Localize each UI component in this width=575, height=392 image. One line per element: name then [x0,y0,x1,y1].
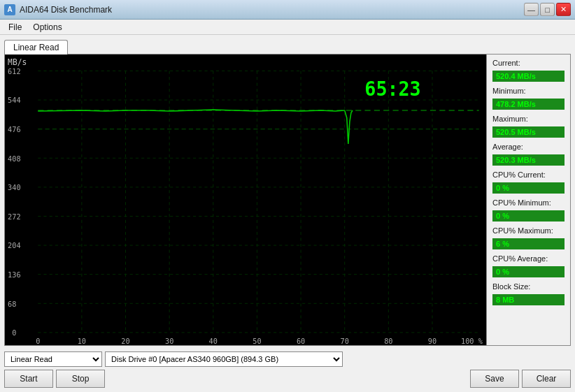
maximum-value: 520.5 MB/s [492,126,565,138]
cpu-minimum-value: 0 % [492,210,565,222]
cpu-current-value: 0 % [492,182,565,194]
svg-text:544: 544 [8,96,21,104]
svg-text:0: 0 [36,337,40,345]
main-window: Linear Read MB/s 612 544 [0,35,575,392]
cpu-maximum-value: 6 % [492,238,565,249]
average-value: 520.3 MB/s [492,154,565,166]
tab-bar: Linear Read [4,39,571,54]
button-row: Start Stop Save Clear [4,370,571,388]
svg-text:340: 340 [8,183,21,191]
svg-text:68: 68 [8,299,16,307]
tab-linear-read[interactable]: Linear Read [4,40,68,55]
window-title: AIDA64 Disk Benchmark [20,5,112,15]
svg-text:612: 612 [8,67,21,75]
cpu-current-label: CPU% Current: [492,170,565,179]
chart-main: MB/s 612 544 476 408 340 272 [5,55,486,345]
maximum-label: Maximum: [492,115,565,123]
minimum-value: 478.2 MB/s [492,99,565,110]
svg-text:272: 272 [8,212,21,221]
svg-text:136: 136 [8,270,21,279]
title-bar: A AIDA64 Disk Benchmark — □ ✕ [0,0,575,20]
svg-text:30: 30 [165,337,173,345]
svg-text:100 %: 100 % [461,337,483,345]
svg-text:65:23: 65:23 [364,78,420,100]
svg-text:204: 204 [8,241,21,249]
minimum-label: Minimum: [492,87,565,95]
svg-text:80: 80 [384,337,392,345]
test-type-dropdown[interactable]: Linear Read Linear Write Random Read Ran… [4,351,102,367]
app-icon: A [4,4,15,15]
chart-svg: MB/s 612 544 476 408 340 272 [5,55,486,345]
menu-file[interactable]: File [3,21,27,34]
menu-bar: File Options [0,20,575,35]
svg-text:50: 50 [253,337,261,345]
chart-area: MB/s 612 544 476 408 340 272 [4,54,571,346]
window-controls: — □ ✕ [524,3,571,16]
stats-panel: Current: 520.4 MB/s Minimum: 478.2 MB/s … [486,55,570,345]
svg-text:408: 408 [8,154,21,162]
svg-text:70: 70 [341,337,349,345]
svg-text:476: 476 [8,125,21,133]
svg-text:60: 60 [297,337,305,345]
menu-options[interactable]: Options [27,21,67,34]
minimize-button[interactable]: — [524,3,539,16]
save-button[interactable]: Save [470,370,519,388]
svg-text:90: 90 [428,337,436,345]
svg-text:40: 40 [209,337,218,345]
disk-dropdown[interactable]: Disk Drive #0 [Apacer AS340 960GB] (894.… [105,351,343,367]
stop-button[interactable]: Stop [56,370,105,388]
bottom-controls-row1: Linear Read Linear Write Random Read Ran… [4,349,571,370]
cpu-minimum-label: CPU% Minimum: [492,198,565,207]
block-size-value: 8 MB [492,294,565,305]
cpu-average-label: CPU% Average: [492,254,565,263]
maximize-button[interactable]: □ [540,3,555,16]
svg-text:0: 0 [12,328,16,337]
current-label: Current: [492,59,565,67]
start-button[interactable]: Start [4,370,53,388]
cpu-average-value: 0 % [492,266,565,277]
cpu-maximum-label: CPU% Maximum: [492,226,565,235]
average-label: Average: [492,143,565,151]
current-value: 520.4 MB/s [492,71,565,82]
svg-text:20: 20 [121,337,129,345]
svg-text:MB/s: MB/s [8,57,27,67]
clear-button[interactable]: Clear [522,370,571,388]
block-size-label: Block Size: [492,282,565,291]
close-button[interactable]: ✕ [556,3,571,16]
svg-text:10: 10 [78,337,86,345]
